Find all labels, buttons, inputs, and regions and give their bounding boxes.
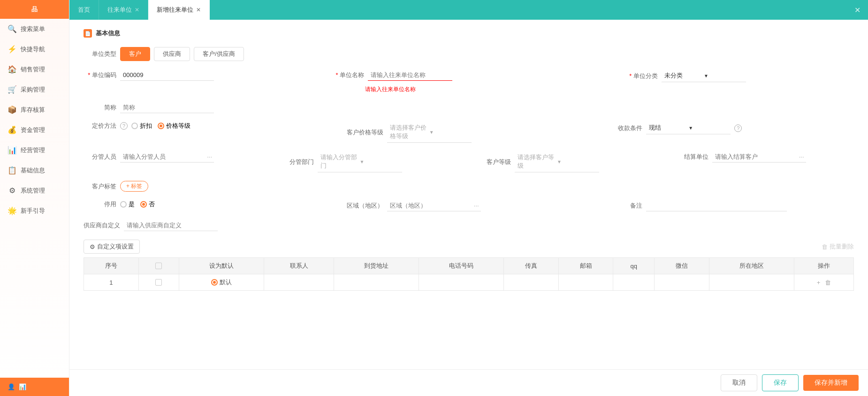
payment-terms-select[interactable]: 现结 ▼ <box>646 122 731 134</box>
tab-partner-close[interactable]: ✕ <box>135 7 139 13</box>
manager-label: 分管人员 <box>84 153 116 161</box>
radio-discount[interactable]: 折扣 <box>131 122 152 130</box>
btn-both[interactable]: 客户/供应商 <box>194 47 244 61</box>
unit-code-group: 单位编码 <box>84 70 312 81</box>
cell-action[interactable]: + 🗑 <box>794 274 853 291</box>
col-address: 到货地址 <box>334 258 419 274</box>
pricing-method-label: 定价方法 <box>84 122 116 130</box>
settlement-input[interactable] <box>712 151 797 162</box>
purchase-icon: 🛒 <box>8 85 17 94</box>
sidebar-item-basic-info[interactable]: 📋 基础信息 <box>0 160 69 180</box>
settlement-group: 结算单位 ··· <box>657 151 854 163</box>
customer-price-group: 客户价格等级 请选择客户价格等级 ▼ <box>328 122 591 143</box>
sidebar-bottom: 👤 📊 <box>0 378 69 396</box>
sidebar-item-guide[interactable]: 🌟 新手引导 <box>0 201 69 221</box>
unit-code-input[interactable] <box>120 70 214 81</box>
sidebar-item-finance[interactable]: 💰 资金管理 <box>0 120 69 140</box>
radio-yes-label: 是 <box>129 200 135 209</box>
section-icon: 📄 <box>84 29 92 38</box>
save-button[interactable]: 保存 <box>762 374 799 391</box>
cell-checkbox[interactable] <box>138 274 179 291</box>
col-fax: 传真 <box>504 258 559 274</box>
tab-partner[interactable]: 往来单位 ✕ <box>99 0 148 20</box>
radio-yes[interactable]: 是 <box>120 200 135 209</box>
tab-close-all[interactable]: ✕ <box>847 0 868 20</box>
sidebar-item-purchase[interactable]: 🛒 采购管理 <box>0 79 69 100</box>
payment-terms-group: 收款条件 现结 ▼ ? <box>591 122 854 134</box>
radio-discount-circle <box>131 123 138 129</box>
tab-new-partner-close[interactable]: ✕ <box>196 7 201 13</box>
settlement-action-btn[interactable]: ··· <box>797 152 806 161</box>
payment-terms-help-icon[interactable]: ? <box>734 124 742 132</box>
pricing-help-icon[interactable]: ? <box>120 122 128 130</box>
settlement-label: 结算单位 <box>676 153 708 161</box>
col-checkbox[interactable] <box>138 258 179 274</box>
manager-action-btn[interactable]: ··· <box>205 152 214 161</box>
cell-address[interactable] <box>334 274 419 291</box>
cancel-button[interactable]: 取消 <box>721 374 757 391</box>
disabled-group: 停用 是 否 <box>84 200 328 209</box>
sidebar-item-operations[interactable]: 📊 经营管理 <box>0 140 69 160</box>
batch-delete-button[interactable]: 🗑 批量删除 <box>822 242 854 251</box>
custom-settings-label: 自定义项设置 <box>97 242 134 251</box>
trash-icon: 🗑 <box>822 243 828 250</box>
manager-input[interactable] <box>120 151 205 162</box>
cell-email[interactable] <box>558 274 613 291</box>
guide-icon: 🌟 <box>8 206 17 215</box>
dept-placeholder: 请输入分管部门 <box>320 153 360 170</box>
save-new-button[interactable]: 保存并新增 <box>803 375 859 391</box>
disabled-label: 停用 <box>84 200 116 209</box>
cell-contact[interactable] <box>264 274 334 291</box>
sidebar-item-label: 快捷导航 <box>21 45 45 54</box>
cell-default[interactable]: 默认 <box>179 274 264 291</box>
radio-level[interactable]: 价格等级 <box>158 122 190 130</box>
delete-row-btn[interactable]: 🗑 <box>825 279 831 286</box>
add-row-btn[interactable]: + <box>817 279 821 286</box>
content-area: 📄 基本信息 单位类型 客户 供应商 客户/供应商 单位编码 单位名 <box>69 20 868 369</box>
col-action: 操作 <box>794 258 853 274</box>
remark-input[interactable] <box>646 200 787 211</box>
cell-region[interactable] <box>709 274 794 291</box>
col-contact: 联系人 <box>264 258 334 274</box>
unit-type-group: 单位类型 客户 供应商 客户/供应商 <box>84 47 854 61</box>
sidebar-item-search[interactable]: 🔍 搜索菜单 <box>0 19 69 39</box>
tab-new-partner[interactable]: 新增往来单位 ✕ <box>148 0 210 20</box>
sidebar-item-inventory[interactable]: 📦 库存核算 <box>0 100 69 120</box>
customer-price-select[interactable]: 请选择客户价格等级 ▼ <box>387 122 472 143</box>
unit-category-select[interactable]: 未分类 ▼ <box>662 70 746 82</box>
col-email: 邮箱 <box>558 258 613 274</box>
region-label: 区域（地区） <box>347 202 383 210</box>
dept-select[interactable]: 请输入分管部门 ▼ <box>318 151 402 172</box>
btn-supplier[interactable]: 供应商 <box>154 47 190 61</box>
supplier-custom-input[interactable] <box>124 220 218 231</box>
unit-category-label: 单位分类 <box>625 72 658 80</box>
customer-level-select[interactable]: 请选择客户等级 ▼ <box>515 151 599 172</box>
region-input[interactable] <box>387 200 472 211</box>
remark-label: 备注 <box>609 202 642 210</box>
sidebar-item-quick-nav[interactable]: ⚡ 快捷导航 <box>0 39 69 59</box>
operations-icon: 📊 <box>8 146 17 155</box>
unit-name-input[interactable] <box>368 70 452 81</box>
cell-fax[interactable] <box>504 274 559 291</box>
unit-category-group: 单位分类 未分类 ▼ <box>606 70 854 82</box>
tab-partner-label: 往来单位 <box>107 6 132 14</box>
sidebar-item-system[interactable]: ⚙ 系统管理 <box>0 180 69 201</box>
region-group: 区域（地区） ··· <box>328 200 591 211</box>
sidebar-item-label: 搜索菜单 <box>21 25 45 33</box>
tab-home[interactable]: 首页 <box>69 0 99 20</box>
custom-settings-button[interactable]: ⚙ 自定义项设置 <box>84 240 140 254</box>
cell-qq[interactable] <box>613 274 655 291</box>
add-tag-button[interactable]: + 标签 <box>120 181 148 192</box>
cell-wechat[interactable] <box>655 274 709 291</box>
cell-phone[interactable] <box>419 274 504 291</box>
tag-label: 客户标签 <box>84 182 116 191</box>
sidebar-item-sales[interactable]: 🏠 销售管理 <box>0 59 69 79</box>
short-name-input[interactable] <box>120 102 214 113</box>
region-action-btn[interactable]: ··· <box>472 201 481 210</box>
radio-no[interactable]: 否 <box>140 200 155 209</box>
btn-customer[interactable]: 客户 <box>120 47 150 61</box>
unit-type-row: 单位类型 客户 供应商 客户/供应商 <box>84 47 854 61</box>
supplier-custom-label: 供应商自定义 <box>84 221 120 230</box>
table-toolbar: ⚙ 自定义项设置 🗑 批量删除 <box>84 240 854 254</box>
radio-level-circle <box>158 123 164 129</box>
